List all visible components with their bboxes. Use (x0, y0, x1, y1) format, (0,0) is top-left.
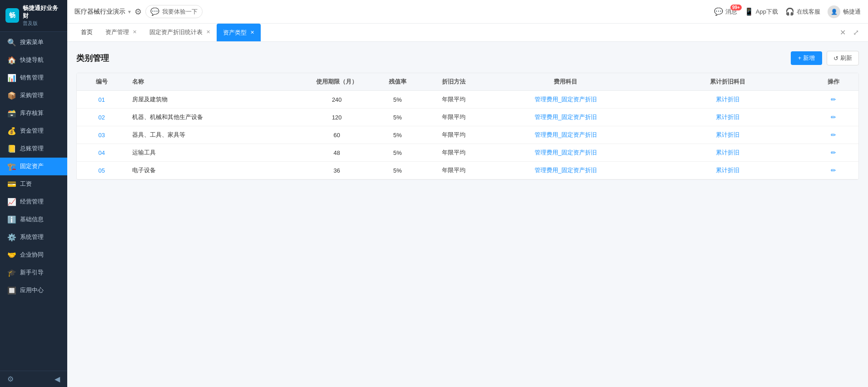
sidebar-nav: 🔍 搜索菜单 🏠 快捷导航 📊 销售管理 📦 采购管理 🗃️ 库存核算 💰 资金… (0, 32, 67, 371)
sidebar-item-app-center-label: 应用中心 (20, 286, 44, 294)
tab-asset-mgmt-label: 资产管理 (105, 28, 129, 36)
finance-icon: 💰 (7, 127, 15, 135)
refresh-button[interactable]: ↺ 刷新 (827, 51, 859, 65)
tab-asset-type-close[interactable]: ✕ (250, 30, 254, 35)
sidebar-item-ledger-label: 总账管理 (20, 144, 44, 153)
col-accumulated: 累计折旧科目 (647, 73, 809, 91)
tab-asset-type[interactable]: 资产类型 ✕ (217, 24, 261, 41)
sidebar-item-quick-nav-label: 快捷导航 (20, 56, 44, 64)
cell-action[interactable]: ✏ (808, 109, 858, 126)
main-content: 医疗器械行业演示 ▾ ⚙ 💬 我要体验一下 💬 消息 99+ 📱 App下载 🎧… (67, 0, 868, 387)
new-button[interactable]: + 新增 (791, 51, 822, 65)
tab-depreciation-close[interactable]: ✕ (206, 29, 210, 35)
sidebar-item-operations[interactable]: 📈 经营管理 (0, 193, 67, 211)
cell-period: 36 (301, 162, 373, 179)
topbar-message-action[interactable]: 💬 消息 99+ (714, 7, 737, 16)
sidebar-item-fixed-assets[interactable]: 🏗️ 固定资产 (0, 158, 67, 175)
customer-service-label: 在线客服 (797, 8, 820, 16)
cell-accumulated: 累计折旧 (647, 109, 809, 126)
cell-method: 年限平均 (422, 91, 485, 109)
sidebar-item-guide[interactable]: 🎓 新手引导 (0, 264, 67, 282)
sidebar-item-inventory[interactable]: 🗃️ 库存核算 (0, 104, 67, 122)
sidebar-item-purchase[interactable]: 📦 采购管理 (0, 87, 67, 104)
sidebar-item-system-label: 系统管理 (20, 233, 44, 241)
cell-residual: 5% (372, 109, 422, 126)
topbar-app-download-action[interactable]: 📱 App下载 (744, 7, 778, 16)
table-row: 02 机器、机械和其他生产设备 120 5% 年限平均 管理费用_固定资产折旧 … (77, 109, 858, 126)
cell-id: 05 (77, 162, 127, 179)
payroll-icon: 💳 (7, 180, 15, 189)
tab-depreciation-table[interactable]: 固定资产折旧统计表 ✕ (143, 24, 217, 41)
cell-expense: 管理费用_固定资产折旧 (485, 162, 647, 179)
sidebar-item-payroll[interactable]: 💳 工资 (0, 175, 67, 193)
sidebar-item-purchase-label: 采购管理 (20, 91, 44, 99)
tab-depreciation-label: 固定资产折旧统计表 (149, 28, 203, 36)
cell-id: 03 (77, 126, 127, 144)
sidebar-collapse-icon[interactable]: ◀ (55, 375, 60, 383)
cell-accumulated: 累计折旧 (647, 91, 809, 109)
topbar-customer-service-action[interactable]: 🎧 在线客服 (785, 7, 820, 16)
cell-action[interactable]: ✏ (808, 144, 858, 162)
edit-icon[interactable]: ✏ (831, 167, 836, 174)
basic-info-icon: ℹ️ (7, 215, 15, 224)
tab-asset-mgmt[interactable]: 资产管理 ✕ (99, 24, 143, 41)
customer-service-icon: 🎧 (785, 7, 794, 16)
inventory-icon: 🗃️ (7, 109, 15, 118)
topbar-settings-icon[interactable]: ⚙ (134, 7, 142, 17)
app-title: 畅捷通好业务财 (23, 5, 62, 20)
cell-method: 年限平均 (422, 109, 485, 126)
topbar-user[interactable]: 👤 畅捷通 (828, 5, 861, 18)
cell-method: 年限平均 (422, 144, 485, 162)
cell-action[interactable]: ✏ (808, 91, 858, 109)
guide-icon: 🎓 (7, 268, 15, 277)
cell-name: 运输工具 (127, 144, 301, 162)
app-subtitle: 普及版 (23, 20, 62, 27)
sidebar-item-inventory-label: 库存核算 (20, 109, 44, 117)
company-selector[interactable]: 医疗器械行业演示 ▾ (74, 8, 131, 16)
sidebar-item-quick-nav[interactable]: 🏠 快捷导航 (0, 51, 67, 69)
enterprise-icon: 🤝 (7, 251, 15, 259)
experience-label: 我要体验一下 (162, 8, 198, 16)
table-row: 04 运输工具 48 5% 年限平均 管理费用_固定资产折旧 累计折旧 ✏ (77, 144, 858, 162)
purchase-icon: 📦 (7, 91, 15, 100)
sidebar-item-enterprise[interactable]: 🤝 企业协同 (0, 246, 67, 264)
sidebar-settings-icon[interactable]: ⚙ (7, 375, 14, 383)
edit-icon[interactable]: ✏ (831, 149, 836, 156)
cell-name: 电子设备 (127, 162, 301, 179)
experience-button[interactable]: 💬 我要体验一下 (145, 5, 203, 18)
message-icon: 💬 (714, 7, 723, 16)
cell-id: 01 (77, 91, 127, 109)
edit-icon[interactable]: ✏ (831, 114, 836, 121)
page-title: 类别管理 (76, 53, 109, 64)
sales-icon: 📊 (7, 74, 15, 82)
operations-icon: 📈 (7, 198, 15, 206)
cell-id: 04 (77, 144, 127, 162)
company-dropdown-icon: ▾ (128, 9, 131, 15)
sidebar-item-enterprise-label: 企业协同 (20, 251, 44, 259)
ledger-icon: 📒 (7, 144, 15, 153)
cell-action[interactable]: ✏ (808, 126, 858, 144)
cell-action[interactable]: ✏ (808, 162, 858, 179)
cell-accumulated: 累计折旧 (647, 144, 809, 162)
sidebar-item-system[interactable]: ⚙️ 系统管理 (0, 228, 67, 246)
sidebar-item-finance[interactable]: 💰 资金管理 (0, 122, 67, 140)
tab-asset-type-label: 资产类型 (223, 29, 247, 37)
edit-icon[interactable]: ✏ (831, 131, 836, 139)
sidebar-item-search[interactable]: 🔍 搜索菜单 (0, 34, 67, 51)
table-header: 编号 名称 使用期限（月） 残值率 折旧方法 费用科目 累计折旧科目 操作 (77, 73, 858, 91)
close-window-icon[interactable]: ✕ (838, 27, 848, 38)
col-operation: 操作 (808, 73, 858, 91)
avatar: 👤 (828, 5, 840, 18)
sidebar-item-app-center[interactable]: 🔲 应用中心 (0, 282, 67, 299)
tab-asset-mgmt-close[interactable]: ✕ (133, 29, 137, 35)
app-title-block: 畅捷通好业务财 普及版 (23, 5, 62, 27)
tab-home[interactable]: 首页 (74, 24, 99, 41)
edit-icon[interactable]: ✏ (831, 96, 836, 103)
sidebar-item-basic-info[interactable]: ℹ️ 基础信息 (0, 211, 67, 228)
sidebar-item-ledger[interactable]: 📒 总账管理 (0, 140, 67, 158)
sidebar-item-sales[interactable]: 📊 销售管理 (0, 69, 67, 87)
page-header: 类别管理 + 新增 ↺ 刷新 (76, 51, 859, 65)
search-nav-icon: 🔍 (7, 38, 15, 47)
expand-window-icon[interactable]: ⤢ (851, 27, 861, 38)
cell-residual: 5% (372, 162, 422, 179)
